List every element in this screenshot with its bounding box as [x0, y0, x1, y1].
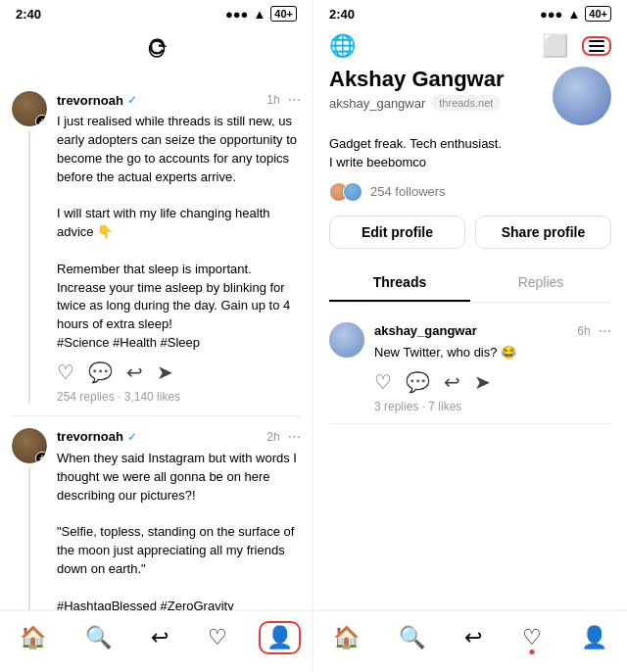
status-icons-left: ●●● ▲ 40+ [225, 6, 297, 22]
top-bar-left [0, 27, 313, 79]
profile-tabs: Threads Replies [329, 264, 611, 303]
profile-name-bio-col: Akshay Gangwar akshay_gangwar threads.ne… [329, 67, 505, 120]
top-icons-right: ⬜ [542, 33, 611, 59]
post-header-1: trevornoah ✓ 1h ··· [57, 91, 301, 109]
instagram-icon[interactable]: ⬜ [542, 33, 568, 59]
nav-likes-left[interactable]: ♡ [200, 621, 235, 654]
bottom-nav-right: 🏠 🔍 ↩ ♡ 👤 [314, 610, 627, 672]
profile-post-avatar [329, 322, 364, 358]
right-panel: 2:40 ●●● ▲ 40+ 🌐 ⬜ Akshay Gangwar [314, 0, 627, 672]
top-bar-right: 🌐 ⬜ [314, 27, 627, 67]
profile-username-row: akshay_gangwar threads.net [329, 95, 505, 111]
share-icon-1[interactable]: ➤ [157, 360, 173, 384]
thread-line-1 [28, 130, 30, 404]
post-content-1: trevornoah ✓ 1h ··· I just realised whil… [57, 91, 301, 404]
post-1: + trevornoah ✓ 1h ··· I just realised wh… [12, 79, 301, 416]
bottom-nav-left: 🏠 🔍 ↩ ♡ 👤 [0, 610, 313, 672]
post-meta-2: 2h ··· [266, 428, 301, 446]
profile-post-author-row: akshay_gangwar [374, 323, 477, 338]
nav-compose-left[interactable]: ↩ [143, 621, 176, 654]
tab-threads[interactable]: Threads [329, 264, 470, 302]
nav-search-left[interactable]: 🔍 [77, 621, 120, 654]
hamburger-icon [589, 40, 604, 52]
more-icon-1[interactable]: ··· [288, 91, 301, 109]
globe-icon[interactable]: 🌐 [329, 33, 356, 59]
nav-home-right[interactable]: 🏠 [325, 621, 367, 654]
compose-icon-right: ↩ [464, 625, 482, 650]
profile-like-icon[interactable]: ♡ [374, 370, 392, 394]
comment-icon-1[interactable]: 💬 [88, 360, 113, 384]
menu-button[interactable] [582, 36, 611, 56]
profile-post-content: akshay_gangwar 6h ··· New Twitter, who d… [374, 322, 611, 413]
profile-username: akshay_gangwar [329, 96, 425, 111]
share-profile-button[interactable]: Share profile [475, 216, 611, 249]
follower-avatar-2 [343, 182, 362, 202]
avatar-trevornoah-1: + [12, 91, 47, 126]
profile-post-stats: 3 replies · 7 likes [374, 400, 611, 413]
post-2: + trevornoah ✓ 2h ··· When they said Ins… [12, 416, 301, 610]
post-time-2: 2h [266, 430, 279, 444]
profile-post-actions: ♡ 💬 ↩ ➤ [374, 370, 611, 394]
nav-search-right[interactable]: 🔍 [391, 621, 433, 654]
author-row-1: trevornoah ✓ [57, 93, 137, 108]
profile-post-more[interactable]: ··· [599, 322, 611, 340]
nav-profile-left[interactable]: 👤 [259, 621, 301, 654]
search-icon-left: 🔍 [85, 625, 112, 650]
profile-post-author: akshay_gangwar [374, 323, 477, 338]
avatar-trevornoah-2: + [12, 428, 47, 463]
threads-badge: threads.net [431, 95, 501, 111]
author-name-1: trevornoah [57, 93, 123, 108]
followers-row: 254 followers [329, 182, 611, 202]
post-content-2: trevornoah ✓ 2h ··· When they said Insta… [57, 428, 301, 610]
post-actions-1: ♡ 💬 ↩ ➤ [57, 360, 301, 384]
profile-content: Akshay Gangwar akshay_gangwar threads.ne… [314, 67, 627, 610]
add-badge-1: + [35, 115, 47, 126]
nav-profile-right[interactable]: 👤 [573, 621, 615, 654]
nav-home-left[interactable]: 🏠 [12, 621, 54, 654]
likes-icon-left: ♡ [208, 625, 227, 650]
like-icon-1[interactable]: ♡ [57, 360, 74, 384]
status-icons-right: ●●● ▲ 40+ [540, 6, 611, 22]
tab-replies[interactable]: Replies [470, 264, 611, 302]
avatar-col-2: + [12, 428, 47, 610]
profile-comment-icon[interactable]: 💬 [406, 370, 430, 394]
profile-post-meta: 6h ··· [577, 322, 611, 340]
profile-post-1: akshay_gangwar 6h ··· New Twitter, who d… [329, 312, 611, 424]
compose-icon-left: ↩ [151, 625, 169, 650]
author-name-2: trevornoah [57, 429, 123, 444]
nav-compose-right[interactable]: ↩ [457, 621, 490, 654]
post-text-1: I just realised while threads is still n… [57, 113, 301, 353]
verified-icon-2: ✓ [127, 430, 137, 444]
profile-actions: Edit profile Share profile [329, 216, 611, 249]
profile-repost-icon[interactable]: ↩ [444, 370, 460, 394]
repost-icon-1[interactable]: ↩ [126, 360, 143, 384]
profile-icon-right: 👤 [581, 625, 607, 650]
left-panel: 2:40 ●●● ▲ 40+ + [0, 0, 314, 672]
profile-header-row: Akshay Gangwar akshay_gangwar threads.ne… [329, 67, 611, 125]
post-text-2: When they said Instagram but with words … [57, 450, 301, 610]
author-row-2: trevornoah ✓ [57, 429, 137, 444]
post-meta-1: 1h ··· [266, 91, 301, 109]
likes-dot-right [529, 649, 534, 654]
profile-post-time: 6h [577, 324, 590, 338]
profile-name: Akshay Gangwar [329, 67, 505, 92]
feed-container: + trevornoah ✓ 1h ··· I just realised wh… [0, 79, 313, 610]
profile-bio: Gadget freak. Tech enthusiast.I write be… [329, 135, 611, 172]
status-bar-right: 2:40 ●●● ▲ 40+ [314, 0, 627, 27]
thread-line-2 [28, 467, 30, 610]
follower-avatars [329, 182, 357, 202]
more-icon-2[interactable]: ··· [288, 428, 301, 446]
home-icon-left: 🏠 [20, 625, 46, 650]
nav-likes-right[interactable]: ♡ [514, 621, 550, 654]
add-badge-2: + [35, 452, 47, 463]
likes-icon-right: ♡ [522, 625, 542, 650]
time-left: 2:40 [16, 7, 41, 22]
profile-share-icon[interactable]: ➤ [474, 370, 491, 394]
time-right: 2:40 [329, 7, 355, 22]
profile-post-header: akshay_gangwar 6h ··· [374, 322, 611, 340]
post-time-1: 1h [266, 93, 279, 107]
post-stats-1: 254 replies · 3,140 likes [57, 390, 301, 404]
post-header-2: trevornoah ✓ 2h ··· [57, 428, 301, 446]
edit-profile-button[interactable]: Edit profile [329, 216, 465, 249]
status-bar-left: 2:40 ●●● ▲ 40+ [0, 0, 313, 27]
